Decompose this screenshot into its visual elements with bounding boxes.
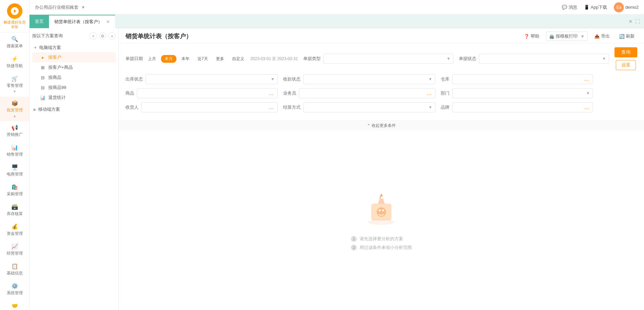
sidebar-item-label: 搜索菜单 bbox=[7, 43, 23, 49]
page-title: 销货单统计表（按客户） bbox=[125, 32, 192, 40]
maximize-icon[interactable]: ⛶ bbox=[635, 19, 640, 24]
collapse-up-icon: ⌃ bbox=[367, 123, 370, 128]
filter-row-1: 单据日期 上月 本月 本年 近7天 更多 自定义 2023-03-01 至 20… bbox=[125, 47, 637, 70]
salesperson-input[interactable]: … bbox=[299, 88, 435, 98]
header-dropdown-icon[interactable]: ▼ bbox=[81, 5, 85, 10]
sidebar-item-system[interactable]: ⚙️ 系统管理 bbox=[0, 279, 29, 299]
refresh-label: 刷新 bbox=[626, 33, 635, 39]
sidebar-item-basic[interactable]: 📋 基础信息 bbox=[0, 260, 29, 279]
recipient-input[interactable]: … bbox=[141, 102, 278, 112]
filter-warehouse: 仓库 … bbox=[441, 74, 593, 84]
home-tab-label: 首页 bbox=[35, 18, 44, 24]
sidebar-item-marketing[interactable]: 📢 营销推广 bbox=[0, 121, 29, 141]
plan-item-by-goods-99[interactable]: ⊟ 按商品99 bbox=[32, 83, 116, 93]
svg-marker-8 bbox=[380, 194, 383, 196]
goods-label: 商品 bbox=[125, 90, 134, 96]
sidebar-item-label: 快捷导航 bbox=[7, 63, 23, 69]
date-btn-this-year[interactable]: 本年 bbox=[178, 55, 193, 63]
add-plan-button[interactable]: + bbox=[90, 32, 97, 40]
filter-row-2: 出库状态 ▼ 收款状态 ▼ 仓库 bbox=[125, 74, 637, 84]
tip-text-2: 用过滤条件来缩小分析范围 bbox=[360, 245, 412, 251]
department-select[interactable]: ▼ bbox=[452, 88, 593, 98]
plan-settings-button[interactable]: ⚙ bbox=[99, 32, 106, 40]
user-profile[interactable]: Ea demo2 bbox=[614, 2, 639, 12]
mobile-section-header[interactable]: ▶ 移动端方案 bbox=[32, 105, 116, 114]
message-button[interactable]: 💬 消息 bbox=[562, 4, 577, 10]
sidebar-item-inventory[interactable]: 🗃️ 库存核算 bbox=[0, 200, 29, 220]
out-status-dropdown-icon: ▼ bbox=[271, 77, 275, 82]
plan-item-by-customer[interactable]: ● 按客户 bbox=[32, 52, 116, 62]
sidebar-item-purchase[interactable]: 🛍️ 采购管理 bbox=[0, 180, 29, 200]
salesperson-dots: … bbox=[426, 90, 432, 96]
export-label: 导出 bbox=[601, 33, 610, 39]
filter-row-4: 收货人 … 结算方式 ▼ 品牌 bbox=[125, 102, 637, 112]
plan-item-by-customer-goods[interactable]: ⊞ 按客户+商品 bbox=[32, 62, 116, 72]
date-btn-more[interactable]: 更多 bbox=[213, 55, 227, 63]
sidebar-item-label: 经营管理 bbox=[7, 251, 23, 256]
refresh-icon: 🔄 bbox=[619, 34, 625, 39]
sidebar-item-search[interactable]: 🔍 搜索菜单 bbox=[0, 33, 29, 52]
sidebar-item-label: 批发管理 bbox=[7, 107, 23, 113]
collapse-bar[interactable]: ⌃ 收起更多条件 bbox=[119, 120, 644, 131]
settlement-select[interactable]: ▼ bbox=[303, 102, 435, 112]
tab-report[interactable]: 销货单统计表（按客户） ✕ bbox=[49, 15, 115, 28]
out-status-select[interactable]: ▼ bbox=[146, 74, 278, 84]
tab-close-button[interactable]: ✕ bbox=[106, 19, 110, 24]
date-btn-7days[interactable]: 近7天 bbox=[195, 55, 211, 63]
status-select[interactable]: ▼ bbox=[479, 54, 609, 64]
sidebar-menu: 🔍 搜索菜单 ⚡ 快捷导航 🛒 零售管理 ▼ 📦 批发管理 ▲ 📢 营销推广 📊… bbox=[0, 33, 29, 310]
section-collapse-icon: ▶ bbox=[34, 107, 36, 112]
brand-input[interactable]: … bbox=[452, 102, 593, 112]
date-btn-this-month[interactable]: 本月 bbox=[161, 55, 176, 63]
print-button[interactable]: 🖨️ 按模板打印 ▼ bbox=[546, 32, 588, 41]
payment-select[interactable]: ▼ bbox=[303, 74, 435, 84]
tab-home[interactable]: 首页 bbox=[30, 15, 49, 28]
help-label: 帮助 bbox=[531, 33, 539, 39]
goods-input[interactable]: … bbox=[137, 88, 278, 98]
close-window-icon[interactable]: ✕ bbox=[629, 19, 633, 24]
left-panel: 按以下方案查询 + ⚙ « ▼ bbox=[30, 28, 119, 310]
filter-type: 单据类型 ▼ bbox=[303, 54, 453, 64]
app-download-button[interactable]: 📱 App下载 bbox=[584, 4, 607, 10]
refresh-button[interactable]: 🔄 刷新 bbox=[616, 32, 637, 41]
sidebar-item-ecommerce[interactable]: 🖥️ 电商管理 bbox=[0, 161, 29, 180]
page-actions: ❓ 帮助 🖨️ 按模板打印 ▼ 📤 导出 🔄 刷新 bbox=[521, 32, 637, 41]
sidebar-item-quick-nav[interactable]: ⚡ 快捷导航 bbox=[0, 52, 29, 72]
date-btn-last-month[interactable]: 上月 bbox=[145, 55, 159, 63]
sidebar-item-label: 销售管理 bbox=[7, 152, 23, 157]
help-button[interactable]: ❓ 帮助 bbox=[521, 32, 542, 41]
filter-area: 单据日期 上月 本月 本年 近7天 更多 自定义 2023-03-01 至 20… bbox=[119, 43, 644, 120]
settings-button[interactable]: 设置 bbox=[616, 60, 636, 70]
warehouse-input[interactable]: … bbox=[452, 74, 593, 84]
chevron-down-icon: ▼ bbox=[13, 90, 16, 93]
return-icon: 📊 bbox=[40, 95, 46, 101]
desktop-plan-section: ▼ 电脑端方案 ● 按客户 ⊞ 按客户+商品 ⊟ 按商品 bbox=[32, 43, 116, 103]
goods-dots: … bbox=[269, 90, 275, 96]
sidebar-item-retail[interactable]: 🛒 零售管理 ▼ bbox=[0, 72, 29, 97]
mobile-section-label: 移动端方案 bbox=[38, 106, 60, 112]
filter-status: 单据状态 ▼ bbox=[459, 54, 609, 64]
plus-icon: + bbox=[92, 34, 95, 39]
sidebar-item-wholesale[interactable]: 📦 批发管理 ▲ bbox=[0, 97, 29, 121]
department-label: 部门 bbox=[441, 90, 449, 96]
desktop-section-header[interactable]: ▼ 电脑端方案 bbox=[32, 43, 116, 52]
date-btn-custom[interactable]: 自定义 bbox=[229, 55, 247, 63]
export-button[interactable]: 📤 导出 bbox=[592, 32, 612, 41]
sidebar-item-collab[interactable]: 🤝 企业协同 bbox=[0, 299, 29, 310]
type-select[interactable]: ▼ bbox=[323, 54, 453, 64]
account-title[interactable]: 办公用品行业模拟账套 bbox=[35, 4, 78, 10]
collapse-panel-button[interactable]: « bbox=[108, 32, 116, 40]
plan-item-by-goods[interactable]: ⊟ 按商品 bbox=[32, 72, 116, 83]
plan-item-return-stats[interactable]: 📊 退货统计 bbox=[32, 93, 116, 103]
sidebar-item-operation[interactable]: 📈 经营管理 bbox=[0, 240, 29, 260]
date-group: 上月 本月 本年 近7天 更多 自定义 2023-03-01 至 2023-03… bbox=[145, 55, 298, 63]
sidebar-item-label: 系统管理 bbox=[7, 290, 23, 296]
sidebar-item-sales[interactable]: 📊 销售管理 bbox=[0, 141, 29, 161]
inventory-icon: 🗃️ bbox=[11, 204, 18, 210]
empty-tip-1: 1 请先选择要分析的方案 bbox=[351, 236, 412, 242]
sidebar-item-finance[interactable]: 💰 资金管理 bbox=[0, 220, 29, 240]
search-icon: 🔍 bbox=[11, 36, 18, 42]
tab-bar: 首页 销货单统计表（按客户） ✕ ✕ ⛶ bbox=[30, 15, 644, 28]
sidebar-item-label: 基础信息 bbox=[7, 270, 23, 276]
query-button[interactable]: 查询 bbox=[614, 47, 637, 57]
